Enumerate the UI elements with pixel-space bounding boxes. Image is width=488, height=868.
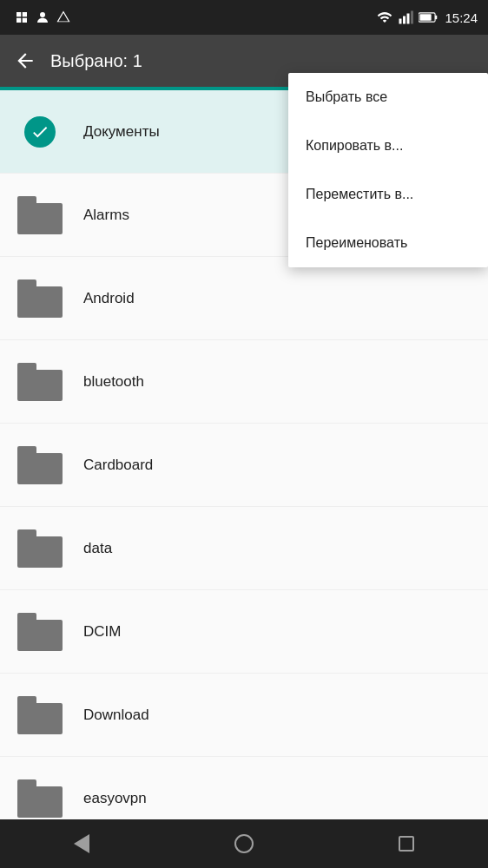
- status-icons-right: [377, 10, 438, 25]
- back-button[interactable]: [14, 49, 36, 72]
- notification-icon-1: [14, 10, 30, 25]
- folder-icon: [17, 363, 63, 401]
- svg-rect-8: [411, 11, 413, 24]
- status-bar: 15:24: [0, 0, 488, 35]
- file-name: data: [83, 540, 112, 557]
- toolbar-title: Выбрано: 1: [50, 51, 474, 71]
- file-item[interactable]: Download: [0, 674, 488, 757]
- folder-icon: [17, 613, 63, 651]
- file-item[interactable]: easyovpn: [0, 757, 488, 819]
- wifi-icon: [377, 10, 392, 25]
- file-item-icon: [14, 356, 66, 408]
- file-item-icon: [14, 439, 66, 491]
- svg-point-4: [40, 12, 45, 17]
- nav-home-button[interactable]: [218, 826, 270, 861]
- file-item-icon: [14, 273, 66, 325]
- notification-icon-2: [35, 10, 50, 25]
- file-item[interactable]: bluetooth: [0, 340, 488, 424]
- navigation-bar: [0, 819, 488, 868]
- signal-icon: [398, 10, 413, 25]
- svg-rect-3: [23, 18, 27, 23]
- context-menu: Выбрать все Копировать в... Переместить …: [288, 73, 488, 267]
- file-item-icon: [14, 773, 66, 820]
- nav-back-button[interactable]: [56, 826, 108, 861]
- nav-back-icon: [74, 834, 89, 853]
- notification-icon-3: [56, 10, 71, 25]
- nav-recents-button[interactable]: [380, 826, 432, 861]
- check-icon: [24, 116, 56, 148]
- file-item[interactable]: Android: [0, 257, 488, 340]
- folder-icon: [17, 279, 63, 318]
- file-item[interactable]: DCIM: [0, 590, 488, 674]
- svg-rect-10: [436, 16, 438, 19]
- nav-recents-icon: [399, 836, 414, 852]
- svg-rect-11: [420, 14, 432, 20]
- status-time: 15:24: [445, 10, 478, 25]
- file-item-icon: [14, 189, 66, 241]
- context-menu-move-to[interactable]: Переместить в...: [288, 170, 488, 219]
- svg-rect-1: [23, 12, 27, 16]
- file-item-icon: [14, 606, 66, 658]
- svg-rect-6: [403, 16, 406, 24]
- context-menu-select-all[interactable]: Выбрать все: [288, 73, 488, 122]
- file-name: Документы: [83, 123, 160, 141]
- file-name: Cardboard: [83, 457, 153, 474]
- toolbar: Выбрано: 1 Выбрать все Копировать в... П…: [0, 35, 488, 87]
- file-item[interactable]: Cardboard: [0, 424, 488, 507]
- file-name: Alarms: [83, 207, 129, 224]
- file-name: Android: [83, 290, 135, 307]
- context-menu-copy-to[interactable]: Копировать в...: [288, 122, 488, 170]
- file-name: DCIM: [83, 623, 121, 641]
- folder-icon: [17, 196, 63, 234]
- folder-icon: [17, 779, 63, 818]
- folder-icon: [17, 696, 63, 734]
- folder-icon: [17, 529, 63, 568]
- status-bar-notifications: [14, 10, 71, 25]
- file-name: bluetooth: [83, 373, 144, 391]
- svg-rect-2: [16, 18, 21, 23]
- file-item-icon: [14, 106, 66, 158]
- folder-icon: [17, 446, 63, 484]
- context-menu-rename[interactable]: Переименовать: [288, 219, 488, 267]
- toolbar-area: Выбрано: 1 Выбрать все Копировать в... П…: [0, 35, 488, 90]
- file-item[interactable]: data: [0, 507, 488, 590]
- svg-rect-7: [407, 14, 410, 24]
- nav-home-icon: [234, 834, 254, 853]
- battery-icon: [419, 11, 438, 23]
- svg-rect-0: [16, 12, 21, 16]
- file-item-icon: [14, 523, 66, 575]
- file-item-icon: [14, 689, 66, 741]
- file-name: easyovpn: [83, 790, 147, 807]
- file-name: Download: [83, 707, 149, 724]
- svg-rect-5: [399, 19, 402, 24]
